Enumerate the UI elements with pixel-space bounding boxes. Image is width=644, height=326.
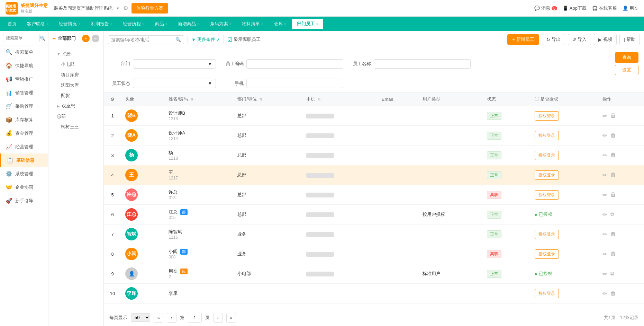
tab-history[interactable]: 经营历程 ×	[118, 19, 149, 29]
first-page-btn[interactable]: «	[154, 313, 163, 323]
tab-business[interactable]: 经营情况 ×	[54, 19, 85, 29]
sidebar-item-purchase[interactable]: 🛒采购管理	[0, 99, 48, 113]
edit-icon-2[interactable]: ✏	[602, 132, 607, 139]
sidebar-item-sales[interactable]: 📊销售管理	[0, 86, 48, 99]
edit-icon-9[interactable]: ✏	[602, 271, 607, 277]
dept-node-sy[interactable]: 沈阳大库	[48, 80, 103, 90]
edit-icon-3[interactable]: ✏	[602, 152, 607, 159]
name-sort-icon[interactable]: ⇅	[190, 97, 193, 101]
export-button[interactable]: ↻ 导出	[542, 34, 565, 45]
delete-icon-2[interactable]: 🗑	[610, 132, 616, 139]
sidebar-item-inventory[interactable]: 📦库存核算	[0, 113, 48, 126]
dept-add-btn[interactable]: +	[82, 35, 90, 42]
more-filter-btn[interactable]: ▼ 更多条件 ∧	[188, 35, 224, 44]
user-btn[interactable]: 👤 用友	[623, 5, 638, 11]
dept-node-sx[interactable]: ▶双座想	[48, 101, 103, 111]
tab-customer[interactable]: 客户联络 ×	[22, 19, 53, 29]
dept-node-general[interactable]: ▼总部	[48, 49, 103, 59]
sidebar-item-ops[interactable]: 📈经营管理	[0, 140, 48, 153]
auth-btn-7[interactable]: 授权登录	[535, 230, 559, 239]
dept-collapse-btn[interactable]: «	[92, 35, 99, 42]
close-customer-tab[interactable]: ×	[46, 22, 48, 26]
tab-new-goods[interactable]: 新增商品 ×	[173, 19, 204, 29]
auth-btn-1[interactable]: 授权登录	[535, 111, 559, 121]
tab-profit[interactable]: 利润报告 ×	[86, 19, 117, 29]
dept-sort-icon[interactable]: ⇅	[259, 97, 262, 101]
page-size-select[interactable]: 50 10 20 100	[131, 313, 150, 322]
edit-icon-4[interactable]: ✏	[602, 172, 607, 178]
close-business-tab[interactable]: ×	[78, 22, 80, 26]
close-dept-tab[interactable]: ×	[316, 22, 318, 26]
edit-icon-7[interactable]: ✏	[602, 231, 607, 238]
dept-node-ns[interactable]: 楠树王三	[48, 122, 103, 132]
import-button[interactable]: ↺ 导入	[568, 34, 591, 45]
sidebar-item-marketing[interactable]: 📢营销推广	[0, 72, 48, 86]
close-barcode-tab[interactable]: ×	[229, 22, 232, 26]
next-page-btn[interactable]: ›	[213, 313, 223, 323]
delete-icon-8[interactable]: 🗑	[610, 251, 616, 257]
edit-icon-1[interactable]: ✏	[602, 113, 607, 119]
auth-btn-8[interactable]: 授权登录	[535, 249, 559, 259]
show-resigned-toggle[interactable]: ☑ 显示离职员工	[227, 36, 261, 43]
close-goods-tab[interactable]: ×	[165, 22, 167, 26]
app-download-btn[interactable]: 📱 App下载	[563, 5, 587, 11]
online-service-btn[interactable]: 🎧 在线客服	[592, 5, 617, 11]
dept-node-ph[interactable]: 配货	[48, 90, 103, 101]
auth-btn-3[interactable]: 授权登录	[535, 151, 559, 160]
copy-icon-9[interactable]: ⧉	[610, 271, 614, 277]
delete-icon-3[interactable]: 🗑	[610, 152, 616, 158]
auth-btn-2[interactable]: 授权登录	[535, 131, 559, 140]
status-select[interactable]: ▼	[133, 79, 216, 88]
phone-sort-icon[interactable]: ⇅	[318, 97, 321, 101]
close-new-goods-tab[interactable]: ×	[197, 22, 199, 26]
dept-node-proj[interactable]: 项目库房	[48, 70, 103, 80]
close-profit-tab[interactable]: ×	[110, 22, 112, 26]
sidebar-item-basic[interactable]: 📋基础信息	[0, 153, 48, 167]
tab-bom[interactable]: 物料清单 ×	[237, 19, 268, 29]
delete-icon-4[interactable]: 🗑	[610, 172, 616, 178]
dept-node-zb[interactable]: 总部	[48, 111, 103, 122]
close-bom-tab[interactable]: ×	[261, 22, 263, 26]
auth-btn-5[interactable]: 授权登录	[535, 190, 559, 200]
edit-icon-10[interactable]: ✏	[602, 290, 607, 297]
sidebar-item-finance[interactable]: 💰资金管理	[0, 126, 48, 140]
help-button[interactable]: | 帮助	[619, 34, 640, 45]
tab-department[interactable]: 部门员工 ×	[292, 19, 323, 29]
sidebar-item-search[interactable]: 🔍搜索菜单	[0, 45, 48, 59]
page-number-input[interactable]	[188, 313, 202, 323]
table-settings-icon[interactable]: ⚙	[110, 97, 115, 102]
emp-name-input[interactable]	[374, 59, 471, 69]
auth-btn-4[interactable]: 授权登录	[535, 170, 559, 180]
edit-icon-5[interactable]: ✏	[602, 192, 607, 198]
dept-node-xd[interactable]: 小电部	[48, 59, 103, 70]
filter-reset-btn[interactable]: 设置	[615, 65, 638, 75]
filter-search-btn[interactable]: 查询	[615, 52, 638, 63]
last-page-btn[interactable]: »	[226, 313, 236, 323]
sidebar-item-collab[interactable]: 🤝企业协同	[0, 180, 48, 194]
system-dropdown-arrow[interactable]: ▼	[116, 6, 120, 10]
trial-button[interactable]: 体验行业方案	[131, 3, 168, 14]
phone-input[interactable]	[246, 79, 343, 88]
tab-warehouse[interactable]: 仓库 ×	[269, 19, 291, 29]
emp-code-input[interactable]	[246, 59, 343, 69]
close-warehouse-tab[interactable]: ×	[284, 22, 287, 26]
settings-icon[interactable]: ⚙	[123, 5, 128, 11]
sidebar-item-nav[interactable]: 🏠快捷导航	[0, 59, 48, 72]
message-btn[interactable]: 💬 消息 5	[534, 5, 557, 11]
dept-select[interactable]: ▼	[133, 59, 216, 69]
close-history-tab[interactable]: ×	[142, 22, 144, 26]
delete-icon-5[interactable]: 🗑	[610, 192, 616, 198]
view-button[interactable]: ▶ 视频	[594, 34, 617, 45]
edit-icon-8[interactable]: ✏	[602, 251, 607, 257]
delete-icon-1[interactable]: 🗑	[610, 113, 616, 119]
tab-home[interactable]: 首页	[3, 19, 21, 29]
prev-page-btn[interactable]: ‹	[167, 313, 176, 323]
edit-icon-6[interactable]: ✏	[602, 211, 607, 218]
delete-icon-10[interactable]: 🗑	[610, 290, 616, 297]
auth-btn-10[interactable]: 授权登录	[535, 289, 559, 298]
tab-barcode[interactable]: 条码方案 ×	[205, 19, 236, 29]
employee-search-input[interactable]	[111, 37, 173, 42]
sidebar-item-guide[interactable]: 🚀新手引导	[0, 194, 48, 208]
copy-icon-6[interactable]: ⧉	[610, 211, 614, 218]
tab-goods[interactable]: 商品 ×	[150, 19, 172, 29]
